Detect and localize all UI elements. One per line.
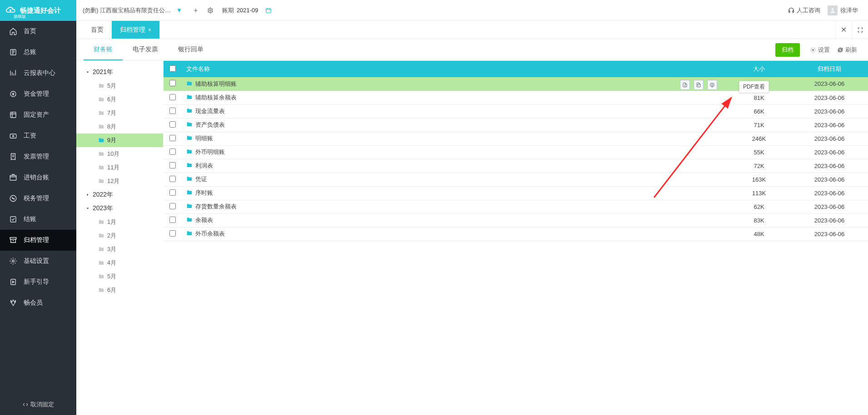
tree-year-2021年[interactable]: 2021年 <box>76 65 163 79</box>
table-row[interactable]: 凭证163K2023-06-06 <box>164 173 868 186</box>
sidebar-item-guide[interactable]: 新手引导 <box>0 272 76 292</box>
sidebar-item-stock[interactable]: 进销台账 <box>0 167 76 188</box>
sidebar-item-ledger[interactable]: 总账 <box>0 42 76 63</box>
row-name: 资产负债表 <box>182 118 727 132</box>
select-all-checkbox[interactable] <box>169 65 176 72</box>
subtab-电子发票[interactable]: 电子发票 <box>123 39 168 60</box>
tree-month-label: 2月 <box>107 232 116 240</box>
period-label: 账期 <box>222 6 234 15</box>
folder-icon <box>98 178 104 184</box>
table-row[interactable]: 现金流量表66K2023-06-06 <box>164 104 868 118</box>
tree-month-2021年-6月[interactable]: 6月 <box>76 93 163 106</box>
select-all-header[interactable] <box>164 61 182 77</box>
pdf-view-icon[interactable] <box>707 80 717 90</box>
row-size: 66K <box>727 104 791 118</box>
row-checkbox[interactable] <box>169 176 176 182</box>
gear-icon[interactable] <box>206 6 215 15</box>
fullscreen-button[interactable] <box>852 21 868 39</box>
tree-month-2023年-2月[interactable]: 2月 <box>76 229 163 242</box>
row-size: 246K <box>727 132 791 145</box>
folder-icon <box>186 121 193 128</box>
period-value[interactable]: 2021-09 <box>237 7 258 14</box>
tree-month-2021年-8月[interactable]: 8月 <box>76 120 163 133</box>
invoice-icon <box>9 153 17 161</box>
table-row[interactable]: 外币明细账55K2023-06-06 <box>164 145 868 159</box>
subtab-银行回单[interactable]: 银行回单 <box>168 39 213 60</box>
sidebar-item-label: 基础设置 <box>24 257 49 265</box>
row-checkbox[interactable] <box>169 189 176 196</box>
row-checkbox[interactable] <box>169 135 176 141</box>
tree-month-2023年-6月[interactable]: 6月 <box>76 283 163 297</box>
refresh-link[interactable]: 刷新 <box>837 46 857 54</box>
tree-month-2021年-11月[interactable]: 11月 <box>76 161 163 174</box>
tab-首页[interactable]: 首页 <box>83 21 112 39</box>
sidebar-item-report[interactable]: 云报表中心 <box>0 63 76 84</box>
export-excel-icon[interactable] <box>680 80 690 90</box>
user-menu[interactable]: 徐泽华 <box>828 5 858 15</box>
tree-month-2023年-4月[interactable]: 4月 <box>76 256 163 270</box>
folder-icon <box>186 189 193 196</box>
svg-rect-2 <box>10 112 16 118</box>
tree-month-2021年-7月[interactable]: 7月 <box>76 106 163 120</box>
folder-icon <box>98 273 104 280</box>
tree-month-2023年-1月[interactable]: 1月 <box>76 215 163 229</box>
tree-month-2021年-9月[interactable]: 9月 <box>76 133 163 147</box>
sidebar: 畅捷通好会计 旗舰版 首页总账云报表中心资金管理固定资产工资发票管理进销台账税务… <box>0 0 76 415</box>
table-row[interactable]: 资产负债表71K2023-06-06 <box>164 118 868 132</box>
sidebar-item-assets[interactable]: 固定资产 <box>0 104 76 125</box>
tree-month-2021年-5月[interactable]: 5月 <box>76 79 163 93</box>
calendar-icon[interactable] <box>264 6 273 15</box>
tree-month-2023年-5月[interactable]: 5月 <box>76 270 163 283</box>
settings-link[interactable]: 设置 <box>810 46 830 54</box>
archive-button[interactable]: 归档 <box>775 43 800 57</box>
tab-归档管理[interactable]: 归档管理× <box>112 21 159 39</box>
arrow-left-right-icon <box>22 401 29 408</box>
close-icon[interactable]: × <box>148 27 151 33</box>
row-name: 现金流量表 <box>182 104 727 118</box>
export-pdf-icon[interactable] <box>694 80 704 90</box>
tree-month-2021年-12月[interactable]: 12月 <box>76 174 163 188</box>
company-selector[interactable]: (勿删) 江西服宝精品有限责任公司 (... <box>83 6 174 15</box>
add-button[interactable] <box>191 6 200 15</box>
tree-month-2021年-10月[interactable]: 10月 <box>76 147 163 161</box>
tree-year-2022年[interactable]: 2022年 <box>76 188 163 202</box>
topbar: (勿删) 江西服宝精品有限责任公司 (... ▼ 账期 2021-09 人工咨询… <box>76 0 868 21</box>
row-checkbox[interactable] <box>169 148 176 155</box>
table-row[interactable]: 存货数量余额表62K2023-06-06 <box>164 200 868 213</box>
table-row[interactable]: 序时账113K2023-06-06 <box>164 186 868 200</box>
table-row[interactable]: 外币余额表48K2023-06-06 <box>164 227 868 241</box>
unpin-button[interactable]: 取消固定 <box>0 398 76 411</box>
row-checkbox[interactable] <box>169 108 176 114</box>
sidebar-item-tax[interactable]: 税务管理 <box>0 188 76 209</box>
sidebar-item-funds[interactable]: 资金管理 <box>0 84 76 104</box>
sidebar-item-member[interactable]: 畅会员 <box>0 292 76 313</box>
row-checkbox[interactable] <box>169 162 176 168</box>
folder-icon <box>98 246 104 252</box>
table-row[interactable]: 明细账246K2023-06-06 <box>164 132 868 145</box>
support-link[interactable]: 人工咨询 <box>788 6 820 15</box>
close-all-tabs-button[interactable]: ✕ <box>835 21 852 39</box>
sidebar-item-settings[interactable]: 基础设置 <box>0 251 76 272</box>
sidebar-item-home[interactable]: 首页 <box>0 21 76 42</box>
tree-month-2023年-3月[interactable]: 3月 <box>76 242 163 256</box>
row-checkbox[interactable] <box>169 80 176 86</box>
row-checkbox[interactable] <box>169 217 176 223</box>
sidebar-item-archive[interactable]: 归档管理 <box>0 230 76 251</box>
col-date: 归档日期 <box>791 61 868 77</box>
row-checkbox[interactable] <box>169 121 176 128</box>
table-row[interactable]: 利润表72K2023-06-06 <box>164 159 868 173</box>
sidebar-item-label: 结账 <box>24 215 36 223</box>
chevron-down-icon[interactable]: ▼ <box>176 7 182 14</box>
svg-point-13 <box>832 8 834 10</box>
row-checkbox[interactable] <box>169 230 176 237</box>
table-row[interactable]: 余额表83K2023-06-06 <box>164 213 868 227</box>
subtab-财务账[interactable]: 财务账 <box>84 39 123 60</box>
folder-icon <box>98 287 104 293</box>
tree-year-2023年[interactable]: 2023年 <box>76 202 163 215</box>
row-checkbox[interactable] <box>169 94 176 100</box>
sidebar-item-invoice[interactable]: 发票管理 <box>0 146 76 167</box>
row-checkbox[interactable] <box>169 203 176 209</box>
sidebar-item-close[interactable]: 结账 <box>0 209 76 230</box>
svg-point-9 <box>12 260 15 262</box>
sidebar-item-salary[interactable]: 工资 <box>0 125 76 146</box>
